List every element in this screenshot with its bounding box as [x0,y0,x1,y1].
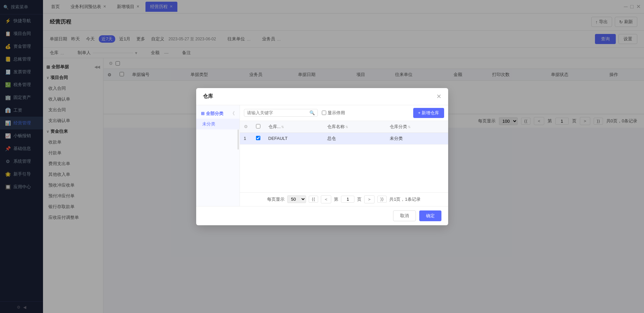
modal-search-input[interactable] [247,110,309,115]
modal-table-wrap: ⚙ 仓库...⇅ 仓库名称⇅ 仓库分类⇅ [240,121,448,192]
modal-title: 仓库 [203,93,213,100]
modal-page-label: 第 [334,196,338,202]
modal-th-code: 仓库...⇅ [264,121,324,133]
modal-warehouse-table: ⚙ 仓库...⇅ 仓库名称⇅ 仓库分类⇅ [240,121,448,145]
modal-table-row[interactable]: 1 DEFAULT 总仓 未分类 [240,132,448,144]
all-categories-label[interactable]: 全部分类 [206,111,230,117]
modal-table-header: ⚙ 仓库...⇅ 仓库名称⇅ 仓库分类⇅ [240,121,448,133]
all-categories-icon: ⊞ [201,111,205,116]
modal-unclassified-item[interactable]: 未分类 [196,119,240,129]
modal-page-num-input[interactable] [341,196,354,203]
modal-toolbar: 🔍 显示停用 + 新增仓库 [240,105,448,121]
modal-per-page-label: 每页显示 [267,196,285,202]
cancel-button[interactable]: 取消 [393,210,416,221]
modal-header-checkbox[interactable] [256,124,260,128]
modal-category-sidebar: ⊞ 全部分类 《 未分类 [196,105,240,206]
modal-main: 🔍 显示停用 + 新增仓库 ⚙ [240,105,448,206]
modal-gear-icon[interactable]: ⚙ [244,124,248,129]
modal-next-page-btn[interactable]: ＞ [364,195,375,203]
modal-sidebar-header: ⊞ 全部分类 《 [196,109,240,119]
row-name: 总仓 [323,132,386,144]
add-warehouse-button[interactable]: + 新增仓库 [413,108,444,118]
modal-prev-page-btn[interactable]: ＜ [321,195,331,203]
row-code: DEFAULT [264,132,324,144]
modal-page-unit: 页 [357,196,361,202]
sort-code-icon: ⇅ [281,125,284,129]
modal-body: ⊞ 全部分类 《 未分类 🔍 [196,105,448,206]
modal-total-text: 共1页，1条记录 [389,196,420,202]
modal-unclassified-label: 未分类 [202,121,215,126]
sort-category-icon: ⇅ [408,125,411,129]
modal-search-icon: 🔍 [309,110,315,115]
row-checkbox-cell [252,132,264,144]
modal-overlay[interactable]: 仓库 ✕ ⊞ 全部分类 《 未分类 [0,0,644,313]
show-disabled-checkbox[interactable] [322,111,326,115]
show-disabled-text: 显示停用 [328,110,345,116]
modal-th-gear: ⚙ [240,121,252,133]
modal-th-checkbox [252,121,264,133]
modal-search-wrap: 🔍 [244,109,318,117]
modal-sidebar-collapse-btn[interactable]: 《 [230,111,235,117]
confirm-button[interactable]: 确定 [419,210,441,221]
modal-close-button[interactable]: ✕ [436,93,441,100]
row-num: 1 [240,132,252,144]
warehouse-modal: 仓库 ✕ ⊞ 全部分类 《 未分类 [196,88,448,225]
modal-th-name: 仓库名称⇅ [323,121,386,133]
scroll-thumb [238,129,239,150]
modal-footer: 取消 确定 [196,206,448,225]
show-disabled-label[interactable]: 显示停用 [322,110,345,116]
modal-first-page-btn[interactable]: ⟨⟨ [309,196,318,203]
modal-header: 仓库 ✕ [196,88,448,105]
modal-last-page-btn[interactable]: ⟩⟩ [377,196,387,203]
modal-pagination: 每页显示 50 100 ⟨⟨ ＜ 第 页 ＞ ⟩⟩ 共1页，1条记录 [240,192,448,206]
row-category: 未分类 [386,132,448,144]
modal-sidebar-scroll [196,129,240,203]
sort-name-icon: ⇅ [345,125,348,129]
modal-per-page-select[interactable]: 50 100 [287,195,306,203]
row-checkbox[interactable] [256,136,260,140]
modal-th-category: 仓库分类⇅ [386,121,448,133]
